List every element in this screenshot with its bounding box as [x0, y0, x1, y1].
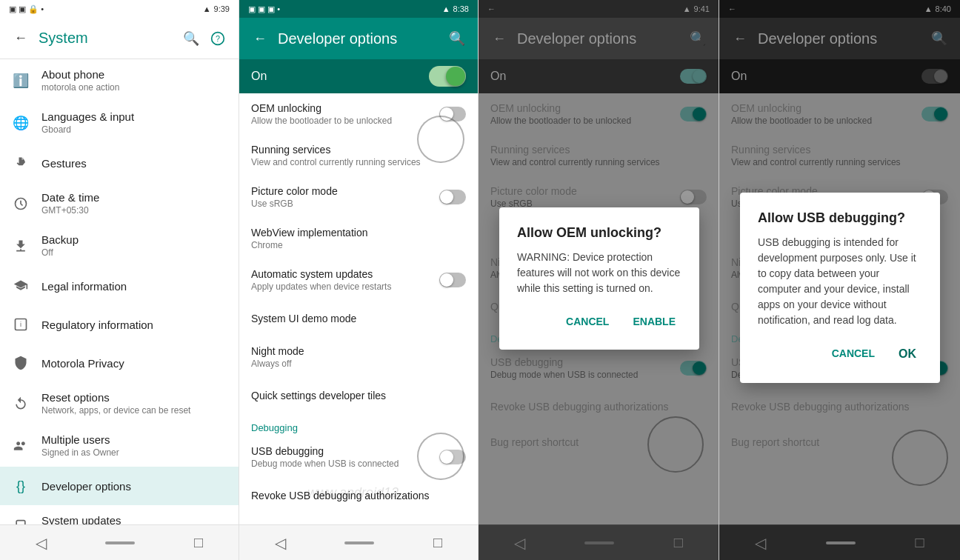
gestures-item[interactable]: Gestures: [0, 144, 239, 182]
languages-item[interactable]: 🌐 Languages & input Gboard: [0, 101, 239, 144]
home-indicator2[interactable]: [344, 541, 374, 544]
usb-debug-item[interactable]: USB debugging Debug mode when USB is con…: [239, 436, 478, 478]
notification-icons2: ▣ ▣ ▣ •: [248, 4, 280, 14]
wifi-icon2: ▲: [442, 4, 450, 13]
status-bar-panel1: ▣ ▣ 🔒 • ▲ 9:39: [0, 0, 239, 18]
backup-subtitle: Off: [41, 247, 227, 258]
oem-enable-button[interactable]: Enable: [627, 311, 681, 332]
oem-dialog-body: WARNING: Device protection features will…: [517, 250, 681, 296]
usb-dialog-title: Allow USB debugging?: [758, 210, 922, 226]
backup-icon: [12, 237, 30, 255]
running-services-item[interactable]: Running services View and control curren…: [239, 135, 478, 176]
oem-cancel-button[interactable]: Cancel: [560, 311, 615, 332]
night-mode-item[interactable]: Night mode Always off: [239, 336, 478, 378]
datetime-item[interactable]: Date & time GMT+05:30: [0, 182, 239, 224]
home-nav-indicator[interactable]: [105, 541, 135, 544]
notification-icons: ▣ ▣ 🔒 •: [9, 4, 44, 14]
back-nav-btn2[interactable]: ◁: [263, 528, 298, 558]
quick-tiles-title: Quick settings developer tiles: [251, 390, 466, 401]
back-button2[interactable]: ←: [251, 30, 269, 47]
oem-toggle[interactable]: [439, 107, 466, 121]
oem-dialog: Allow OEM unlocking? WARNING: Device pro…: [499, 207, 699, 350]
on-text: On: [251, 70, 429, 83]
developer-options-item[interactable]: {} Developer options: [0, 467, 239, 505]
updates-icon: [12, 518, 30, 525]
search-button[interactable]: 🔍: [182, 30, 200, 47]
updates-title: System updates: [41, 514, 227, 524]
usb-debug-subtitle: Debug mode when USB is connected: [251, 459, 439, 469]
status-icons-right: ▲ 9:39: [203, 4, 230, 13]
bottom-nav-panel2: ◁ □: [239, 524, 478, 560]
regulatory-item[interactable]: i Regulatory information: [0, 305, 239, 344]
webview-title: WebView implementation: [251, 227, 466, 239]
picture-toggle[interactable]: [439, 190, 466, 204]
languages-icon: 🌐: [12, 114, 30, 132]
running-title: Running services: [251, 144, 466, 156]
oem-dialog-panel: ← ▲ 9:41 ← Developer options 🔍 On OEM un…: [479, 0, 719, 560]
status-right2: ▲ 8:38: [442, 4, 469, 13]
about-subtitle: motorola one action: [41, 82, 227, 93]
motorola-privacy-title: Motorola Privacy: [41, 357, 227, 370]
time-display2: 8:38: [453, 4, 469, 13]
usb-dialog-panel: ← ▲ 8:40 ← Developer options 🔍 On OEM un…: [719, 0, 960, 560]
dev-options-app-bar: ← Developer options 🔍: [239, 18, 478, 59]
usb-debug-toggle[interactable]: [439, 450, 466, 464]
running-subtitle: View and control currently running servi…: [251, 157, 466, 167]
oem-title: OEM unlocking: [251, 102, 439, 114]
datetime-subtitle: GMT+05:30: [41, 205, 227, 216]
about-phone-item[interactable]: ℹ️ About phone motorola one action: [0, 59, 239, 101]
developer-title: Developer options: [41, 480, 227, 493]
gestures-title: Gestures: [41, 157, 227, 170]
dev-options-list: OEM unlocking Allow the bootloader to be…: [239, 93, 478, 524]
help-button[interactable]: ?: [209, 30, 227, 47]
ui-demo-item[interactable]: System UI demo mode: [239, 301, 478, 336]
recents-btn2[interactable]: □: [421, 528, 454, 557]
on-header: On: [239, 59, 478, 93]
status-icons-left: ▣ ▣ 🔒 •: [9, 4, 44, 14]
usb-cancel-button[interactable]: Cancel: [826, 343, 881, 365]
usb-ok-button[interactable]: OK: [893, 343, 922, 365]
users-title: Multiple users: [41, 433, 227, 446]
auto-updates-item[interactable]: Automatic system updates Apply updates w…: [239, 259, 478, 301]
usb-dialog-body: USB debugging is intended for developmen…: [758, 235, 922, 328]
usb-debug-title: USB debugging: [251, 445, 439, 457]
night-mode-subtitle: Always off: [251, 359, 466, 369]
oem-dialog-actions: Cancel Enable: [517, 311, 681, 332]
auto-updates-toggle[interactable]: [439, 273, 466, 287]
main-toggle[interactable]: [429, 66, 466, 87]
back-button[interactable]: ←: [12, 30, 30, 47]
legal-item[interactable]: Legal information: [0, 267, 239, 305]
motorola-privacy-item[interactable]: Motorola Privacy: [0, 344, 239, 382]
quick-tiles-item[interactable]: Quick settings developer tiles: [239, 378, 478, 413]
developer-options-panel: ▣ ▣ ▣ • ▲ 8:38 ← Developer options 🔍 On …: [239, 0, 479, 560]
bottom-nav-panel1: ◁ □: [0, 524, 239, 560]
users-icon: [12, 437, 30, 455]
time-display: 9:39: [214, 4, 230, 13]
about-icon: ℹ️: [12, 72, 30, 90]
reset-subtitle: Network, apps, or device can be reset: [41, 405, 227, 416]
status-bar-panel2: ▣ ▣ ▣ • ▲ 8:38: [239, 0, 478, 18]
back-nav-button[interactable]: ◁: [24, 528, 59, 558]
auto-updates-title: Automatic system updates: [251, 268, 439, 280]
revoke-usb-title: Revoke USB debugging authorizations: [251, 490, 466, 501]
picture-color-item[interactable]: Picture color mode Use sRGB: [239, 176, 478, 218]
legal-icon: [12, 277, 30, 295]
oem-dialog-title: Allow OEM unlocking?: [517, 225, 681, 241]
search-button2[interactable]: 🔍: [448, 30, 466, 47]
recents-nav-button[interactable]: □: [182, 528, 215, 557]
webview-item[interactable]: WebView implementation Chrome: [239, 218, 478, 259]
languages-subtitle: Gboard: [41, 124, 227, 135]
svg-text:i: i: [20, 321, 21, 328]
system-settings-panel: ▣ ▣ 🔒 • ▲ 9:39 ← System 🔍 ? ℹ️ About pho…: [0, 0, 239, 560]
reset-icon: [12, 395, 30, 413]
oem-unlocking-item[interactable]: OEM unlocking Allow the bootloader to be…: [239, 93, 478, 135]
backup-item[interactable]: Backup Off: [0, 224, 239, 267]
users-subtitle: Signed in as Owner: [41, 447, 227, 458]
users-item[interactable]: Multiple users Signed in as Owner: [0, 424, 239, 467]
bug-report-item[interactable]: Bug report shortcut: [239, 513, 478, 524]
revoke-usb-item[interactable]: Revoke USB debugging authorizations: [239, 478, 478, 513]
debugging-label: Debugging: [239, 413, 478, 436]
reset-item[interactable]: Reset options Network, apps, or device c…: [0, 382, 239, 424]
usb-dialog: Allow USB debugging? USB debugging is in…: [740, 193, 940, 383]
system-updates-item[interactable]: System updates Updated to Android 9: [0, 505, 239, 524]
